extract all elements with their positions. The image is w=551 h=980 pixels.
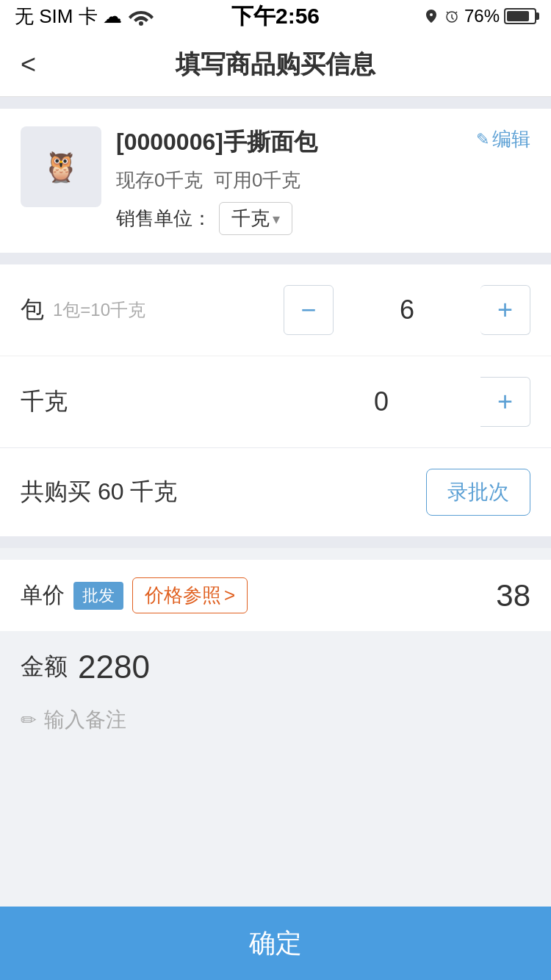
product-name: [0000006]手撕面包	[116, 126, 530, 159]
bao-decrease-button[interactable]: −	[284, 285, 334, 335]
edit-button[interactable]: ✎ 编辑	[476, 126, 530, 152]
confirm-label: 确定	[249, 926, 302, 962]
remark-row[interactable]: ✏ 输入备注	[21, 694, 530, 746]
no-sim-text: 无 SIM 卡 ☁	[15, 4, 122, 29]
edit-label: 编辑	[492, 126, 530, 152]
price-tag: 批发	[73, 582, 123, 610]
unit-value: 千克	[231, 206, 270, 231]
back-button[interactable]: <	[21, 49, 36, 80]
divider-3	[0, 536, 551, 548]
product-card: 🦉 [0000006]手撕面包 现存0千克 可用0千克 销售单位： 千克 ▾ ✎…	[0, 109, 551, 253]
product-logo: 🦉	[43, 150, 79, 184]
battery-icon	[504, 8, 536, 24]
price-label-text: 单价	[21, 580, 65, 610]
page-title: 填写商品购买信息	[176, 48, 375, 82]
divider-1	[0, 97, 551, 109]
amount-label: 金额	[21, 651, 68, 683]
status-bar: 无 SIM 卡 ☁ 下午2:56 76%	[0, 0, 551, 32]
alarm-icon	[444, 8, 460, 24]
status-left: 无 SIM 卡 ☁	[15, 4, 154, 29]
bao-quantity-control: − +	[284, 285, 530, 335]
summary-row: 共购买 60 千克 录批次	[0, 447, 551, 536]
amount-value: 2280	[78, 649, 150, 685]
confirm-button[interactable]: 确定	[0, 907, 551, 980]
battery-text: 76%	[464, 6, 500, 26]
status-time: 下午2:56	[231, 1, 320, 32]
summary-text: 共购买 60 千克	[21, 476, 177, 508]
divider-2	[0, 253, 551, 264]
svg-point-0	[139, 21, 143, 26]
bao-hint: 1包=10千克	[53, 298, 145, 322]
unit-select[interactable]: 千克 ▾	[219, 202, 292, 235]
bao-label: 包 1包=10千克	[21, 294, 284, 326]
content-fill	[0, 754, 551, 907]
location-icon	[423, 8, 439, 24]
price-value: 38	[496, 578, 530, 613]
kg-quantity-control: +	[282, 377, 530, 427]
product-stock: 现存0千克 可用0千克	[116, 167, 530, 193]
kg-increase-button[interactable]: +	[480, 377, 530, 427]
kg-quantity-row: 千克 +	[0, 356, 551, 447]
minus-icon: −	[300, 295, 316, 325]
price-reference-button[interactable]: 价格参照 >	[132, 577, 248, 613]
amount-section: 金额 2280 ✏ 输入备注	[0, 631, 551, 754]
amount-row: 金额 2280	[21, 649, 530, 685]
batch-btn-label: 录批次	[447, 480, 509, 503]
chevron-down-icon: ▾	[273, 210, 280, 228]
unit-label: 销售单位：	[116, 206, 212, 231]
bao-quantity-row: 包 1包=10千克 − +	[0, 264, 551, 356]
pencil-icon: ✏	[21, 709, 37, 732]
record-batch-button[interactable]: 录批次	[426, 469, 530, 516]
status-right: 76%	[423, 6, 536, 26]
wifi-icon	[128, 7, 154, 26]
bao-quantity-input[interactable]	[334, 285, 480, 335]
edit-icon: ✎	[476, 130, 489, 149]
remark-placeholder: 输入备注	[44, 706, 126, 734]
product-info: [0000006]手撕面包 现存0千克 可用0千克 销售单位： 千克 ▾	[116, 126, 530, 235]
plus-icon: +	[497, 295, 513, 325]
bao-increase-button[interactable]: +	[480, 285, 530, 335]
product-unit-row: 销售单位： 千克 ▾	[116, 202, 530, 235]
product-thumbnail: 🦉	[21, 126, 101, 207]
kg-quantity-input[interactable]	[282, 377, 480, 427]
nav-bar: < 填写商品购买信息	[0, 32, 551, 97]
price-ref-label: 价格参照	[145, 583, 221, 608]
kg-plus-icon: +	[497, 386, 513, 417]
price-label: 单价 批发 价格参照 >	[21, 577, 248, 613]
price-section: 单价 批发 价格参照 > 38	[0, 560, 551, 631]
kg-label: 千克	[21, 386, 282, 418]
input-section: 包 1包=10千克 − + 千克 +	[0, 264, 551, 447]
chevron-right-icon: >	[224, 584, 235, 607]
